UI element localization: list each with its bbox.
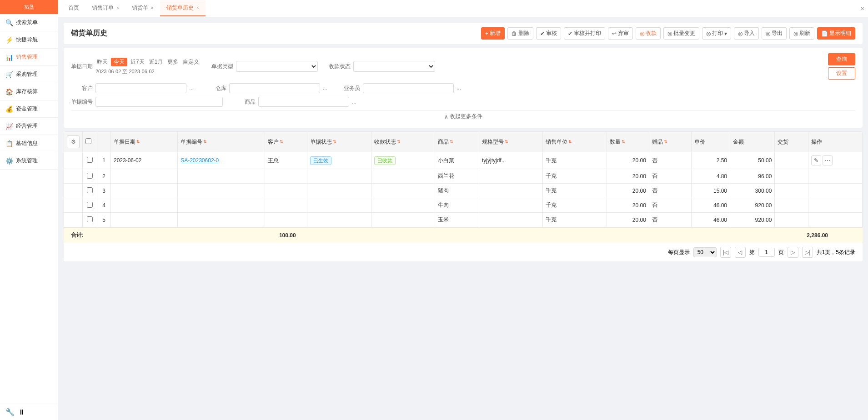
row-checkbox[interactable]: [87, 187, 93, 193]
shortcut-yesterday[interactable]: 昨天: [95, 58, 109, 66]
row-doc-no[interactable]: SA-20230602-0: [178, 152, 265, 169]
last-page-button[interactable]: ▷|: [802, 247, 813, 258]
settings-icon[interactable]: 🔧: [5, 408, 15, 416]
col-collect-status[interactable]: 收款状态 ⇅: [371, 132, 435, 152]
row-doc-date: [111, 169, 178, 184]
sidebar-item-fund-mgmt[interactable]: 💰 资金管理: [0, 100, 58, 118]
doc-type-select[interactable]: [236, 61, 318, 72]
tab-sales-order[interactable]: 销售订单 ×: [85, 0, 125, 16]
row-gear-cell: [64, 198, 83, 213]
lightning-icon: ⚡: [5, 36, 13, 44]
detail-label: 显示明细: [829, 30, 851, 37]
collapse-button[interactable]: ∧ 收起更多条件: [71, 110, 855, 122]
customer-dots[interactable]: ...: [189, 85, 194, 91]
table-gear-icon[interactable]: ⚙: [67, 135, 80, 148]
sidebar-item-search-menu[interactable]: 🔍 搜索菜单: [0, 14, 58, 31]
warehouse-dots[interactable]: ...: [323, 85, 327, 91]
audit-button[interactable]: ✔ 审核: [536, 27, 561, 40]
setting-button[interactable]: 设置: [828, 67, 855, 80]
select-all-checkbox[interactable]: [85, 138, 91, 144]
tab-home[interactable]: 首页: [62, 0, 85, 16]
data-table: ⚙ 单据日期 ⇅: [64, 131, 863, 227]
tab-sales-invoice[interactable]: 销货单 ×: [125, 0, 160, 16]
shortcut-more[interactable]: 更多: [166, 58, 180, 66]
first-page-button[interactable]: |◁: [720, 247, 731, 258]
col-spec-model[interactable]: 规格型号 ⇅: [479, 132, 543, 152]
import-button[interactable]: ◎ 导入: [734, 27, 759, 40]
shortcut-last-month[interactable]: 近1月: [148, 58, 165, 66]
row-doc-no[interactable]: [178, 198, 265, 213]
staff-input[interactable]: [363, 83, 454, 93]
row-collect-status: [371, 198, 435, 213]
tab-sales-invoice-close[interactable]: ×: [151, 5, 154, 10]
show-detail-button[interactable]: 📄 显示明细: [817, 27, 855, 40]
col-doc-date[interactable]: 单据日期 ⇅: [111, 132, 178, 152]
tab-sales-history-close[interactable]: ×: [196, 5, 199, 10]
sidebar-item-sys-mgmt[interactable]: ⚙️ 系统管理: [0, 152, 58, 170]
main-area: 首页 销售订单 × 销货单 × 销货单历史 × × 销货单历史 +: [58, 0, 868, 420]
more-op-btn[interactable]: ⋯: [823, 155, 833, 165]
collect-status-select[interactable]: [353, 61, 435, 72]
row-doc-no[interactable]: [178, 213, 265, 227]
edit-op-btn[interactable]: ✎: [811, 155, 821, 165]
shortcut-custom[interactable]: 自定义: [181, 58, 201, 66]
page-input[interactable]: [758, 248, 775, 257]
row-doc-no[interactable]: [178, 169, 265, 184]
row-checkbox-cell[interactable]: [83, 152, 97, 169]
page-size-select[interactable]: 50 10 20 100: [693, 247, 717, 257]
query-button[interactable]: 查询: [828, 53, 855, 65]
sidebar-item-purchase-mgmt[interactable]: 🛒 采购管理: [0, 66, 58, 83]
customer-input[interactable]: [95, 83, 186, 93]
sort-doc-no-icon: ⇅: [203, 140, 207, 144]
sidebar-item-quick-nav[interactable]: ⚡ 快捷导航: [0, 31, 58, 49]
batch-change-button[interactable]: ◎ 批量变更: [663, 27, 699, 40]
row-checkbox-cell[interactable]: [83, 184, 97, 198]
tab-sales-history[interactable]: 销货单历史 ×: [160, 0, 206, 16]
print-button[interactable]: ◎ 打印 ▾: [702, 27, 731, 40]
product-dots[interactable]: ...: [352, 99, 356, 105]
export-button[interactable]: ◎ 导出: [762, 27, 787, 40]
sidebar-logo[interactable]: 拓垦: [0, 0, 58, 14]
row-checkbox[interactable]: [87, 202, 93, 208]
row-transaction: [775, 169, 808, 184]
col-customer[interactable]: 客户 ⇅: [265, 132, 307, 152]
shortcut-today[interactable]: 今天: [111, 58, 127, 66]
add-button[interactable]: + 新增: [481, 27, 505, 40]
row-checkbox[interactable]: [87, 157, 93, 163]
warehouse-input[interactable]: [229, 83, 320, 93]
sidebar-item-inventory[interactable]: 🏠 库存核算: [0, 83, 58, 100]
row-checkbox[interactable]: [87, 173, 93, 179]
window-close-icon[interactable]: ×: [861, 5, 864, 12]
row-checkbox-cell[interactable]: [83, 198, 97, 213]
refresh-button[interactable]: ◎ 刷新: [789, 27, 814, 40]
tab-sales-order-close[interactable]: ×: [116, 5, 119, 10]
doc-no-link[interactable]: SA-20230602-0: [181, 157, 219, 164]
col-gear[interactable]: ⚙: [64, 132, 83, 152]
product-input[interactable]: [258, 97, 349, 107]
col-doc-status[interactable]: 单据状态 ⇅: [307, 132, 371, 152]
delete-button[interactable]: 🗑 删除: [507, 27, 533, 40]
col-quantity[interactable]: 数量 ⇅: [607, 132, 649, 152]
sidebar-item-sales-mgmt[interactable]: 📊 销售管理: [0, 49, 58, 66]
collect-button[interactable]: ◎ 收款: [636, 27, 661, 40]
prev-page-button[interactable]: ◁: [735, 247, 746, 258]
col-doc-no[interactable]: 单据编号 ⇅: [178, 132, 265, 152]
abandon-icon: ↩: [612, 30, 617, 37]
col-gift[interactable]: 赠品 ⇅: [649, 132, 691, 152]
batch-label: 批量变更: [673, 30, 695, 37]
pause-icon[interactable]: ⏸: [18, 408, 25, 416]
audit-print-button[interactable]: ✔ 审核并打印: [564, 27, 605, 40]
next-page-button[interactable]: ▷: [788, 247, 798, 258]
staff-dots[interactable]: ...: [457, 85, 461, 91]
col-product[interactable]: 商品 ⇅: [435, 132, 479, 152]
row-checkbox[interactable]: [87, 216, 93, 222]
abandon-button[interactable]: ↩ 弃审: [608, 27, 633, 40]
sidebar-item-ops-mgmt[interactable]: 📈 经营管理: [0, 118, 58, 135]
shortcut-last7[interactable]: 近7天: [129, 58, 146, 66]
row-doc-no[interactable]: [178, 184, 265, 198]
sidebar-item-basic-info[interactable]: 📋 基础信息: [0, 135, 58, 152]
col-sales-unit[interactable]: 销售单位 ⇅: [543, 132, 607, 152]
doc-no-input[interactable]: [95, 97, 223, 107]
row-checkbox-cell[interactable]: [83, 169, 97, 184]
row-checkbox-cell[interactable]: [83, 213, 97, 227]
